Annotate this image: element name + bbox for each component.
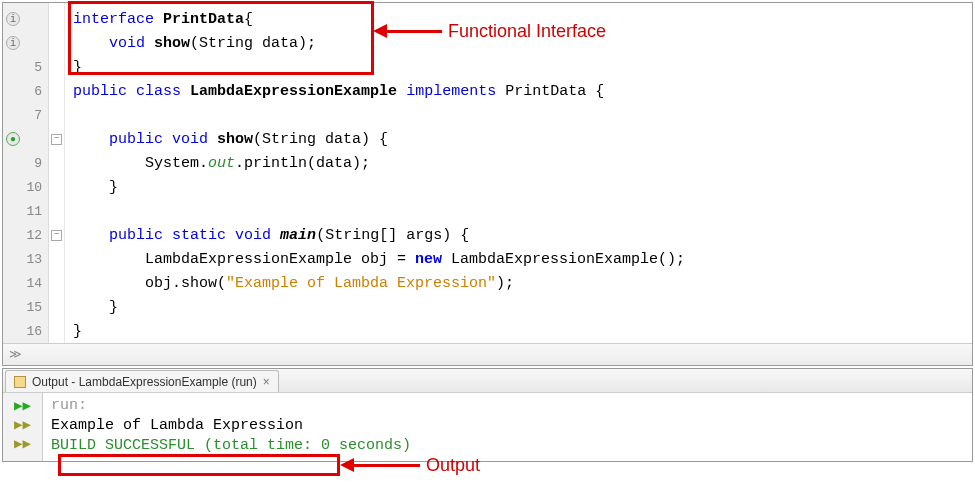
code-line[interactable]: } xyxy=(65,55,972,79)
output-line: BUILD SUCCESSFUL (total time: 0 seconds) xyxy=(51,437,964,457)
chevron-right-icon: ≫ xyxy=(9,347,22,362)
line-number: 12 xyxy=(3,223,48,247)
fold-cell xyxy=(49,79,64,103)
override-icon: ● xyxy=(6,132,20,146)
code-line[interactable]: } xyxy=(65,175,972,199)
line-number: 10 xyxy=(3,175,48,199)
info-icon: i xyxy=(6,36,20,50)
fold-cell xyxy=(49,247,64,271)
output-tab[interactable]: Output - LambdaExpressionExample (run) × xyxy=(5,370,279,392)
line-number: 16 xyxy=(3,319,48,343)
code-line[interactable]: } xyxy=(65,295,972,319)
rerun-icon-2[interactable]: ▶▶ xyxy=(14,435,31,452)
line-number: 7 xyxy=(3,103,48,127)
code-line[interactable]: LambdaExpressionExample obj = new Lambda… xyxy=(65,247,972,271)
code-line[interactable] xyxy=(65,103,972,127)
fold-cell xyxy=(49,7,64,31)
code-line[interactable]: public void show(String data) { xyxy=(65,127,972,151)
fold-cell xyxy=(49,31,64,55)
fold-cell xyxy=(49,319,64,343)
output-text[interactable]: run:Example of Lambda ExpressionBUILD SU… xyxy=(43,393,972,461)
code-column[interactable]: interface PrintData{ void show(String da… xyxy=(65,3,972,343)
code-line[interactable]: void show(String data); xyxy=(65,31,972,55)
code-line[interactable]: public static void main(String[] args) { xyxy=(65,223,972,247)
line-number-gutter: ii567●910111213141516 xyxy=(3,3,49,343)
output-line: Example of Lambda Expression xyxy=(51,417,964,437)
code-line[interactable]: System.out.println(data); xyxy=(65,151,972,175)
code-line[interactable]: public class LambdaExpressionExample imp… xyxy=(65,79,972,103)
fold-column: −− xyxy=(49,3,65,343)
output-icon xyxy=(14,376,26,388)
code-line[interactable]: obj.show("Example of Lambda Expression")… xyxy=(65,271,972,295)
code-editor-pane: ii567●910111213141516 −− interface Print… xyxy=(2,2,973,366)
fold-cell[interactable]: − xyxy=(49,223,64,247)
output-line: run: xyxy=(51,397,964,417)
fold-minus-icon[interactable]: − xyxy=(51,230,62,241)
line-number: 15 xyxy=(3,295,48,319)
close-icon[interactable]: × xyxy=(263,375,270,389)
line-number: i xyxy=(3,31,48,55)
line-number: 9 xyxy=(3,151,48,175)
fold-cell xyxy=(49,271,64,295)
output-toolbar: ▶▶ ▶▶ ▶▶ xyxy=(3,393,43,461)
line-number: ● xyxy=(3,127,48,151)
run-icon[interactable]: ▶▶ xyxy=(14,397,31,414)
info-icon: i xyxy=(6,12,20,26)
breadcrumb-bar[interactable]: ≫ xyxy=(3,343,972,365)
fold-cell xyxy=(49,151,64,175)
code-line[interactable]: } xyxy=(65,319,972,343)
code-line[interactable]: interface PrintData{ xyxy=(65,7,972,31)
fold-cell xyxy=(49,55,64,79)
fold-minus-icon[interactable]: − xyxy=(51,134,62,145)
line-number: 11 xyxy=(3,199,48,223)
code-line[interactable] xyxy=(65,199,972,223)
rerun-icon[interactable]: ▶▶ xyxy=(14,416,31,433)
line-number: 14 xyxy=(3,271,48,295)
code-area: ii567●910111213141516 −− interface Print… xyxy=(3,3,972,343)
output-pane: Output - LambdaExpressionExample (run) ×… xyxy=(2,368,973,462)
line-number: 5 xyxy=(3,55,48,79)
line-number: i xyxy=(3,7,48,31)
line-number: 13 xyxy=(3,247,48,271)
output-tab-row: Output - LambdaExpressionExample (run) × xyxy=(3,369,972,393)
fold-cell xyxy=(49,199,64,223)
fold-cell xyxy=(49,103,64,127)
fold-cell xyxy=(49,175,64,199)
fold-cell[interactable]: − xyxy=(49,127,64,151)
output-tab-title: Output - LambdaExpressionExample (run) xyxy=(32,375,257,389)
fold-cell xyxy=(49,295,64,319)
line-number: 6 xyxy=(3,79,48,103)
output-body: ▶▶ ▶▶ ▶▶ run:Example of Lambda Expressio… xyxy=(3,393,972,461)
